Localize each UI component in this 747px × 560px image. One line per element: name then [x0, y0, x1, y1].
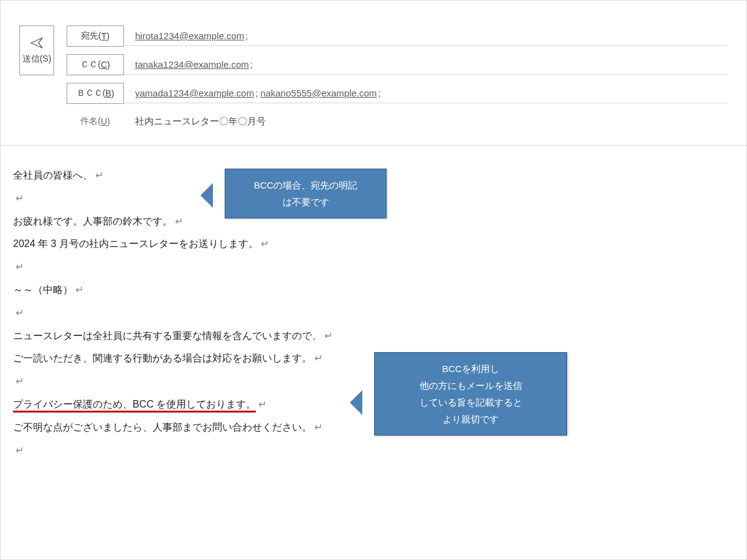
- return-mark-icon: ↵: [258, 399, 266, 409]
- cc-label-key: C: [101, 60, 107, 70]
- body-line: ～～（中略）↵: [13, 279, 734, 302]
- subject-label-key: U: [101, 116, 107, 126]
- send-label: 送信(S): [22, 54, 52, 65]
- recipient-separator: ;: [245, 30, 248, 41]
- recipient-chip[interactable]: yamada1234@example.com: [135, 88, 254, 98]
- return-mark-icon: ↵: [16, 307, 24, 318]
- subject-label-post: ): [107, 116, 110, 126]
- return-mark-icon: ↵: [175, 216, 183, 226]
- subject-field[interactable]: 社内ニュースレター〇年〇月号: [124, 111, 728, 131]
- body-line: ↵: [13, 439, 734, 462]
- send-icon: [30, 36, 44, 50]
- body-line: ↵: [13, 256, 734, 279]
- return-mark-icon: ↵: [95, 170, 103, 180]
- bcc-label-key: B: [105, 88, 111, 98]
- recipient-separator: ;: [378, 88, 380, 98]
- header-fields: 宛先(T) hirota1234@example.com; ＣＣ(C) tana…: [67, 26, 728, 139]
- subject-label: 件名(U): [67, 116, 124, 127]
- recipient-separator: ;: [255, 88, 258, 98]
- cc-field[interactable]: tanaka1234@example.com;: [124, 55, 728, 75]
- to-field[interactable]: hirota1234@example.com;: [124, 26, 728, 46]
- recipient-chip[interactable]: nakano5555@example.com: [260, 88, 377, 98]
- body-line: ご不明な点がございましたら、人事部までお問い合わせください。↵: [13, 416, 734, 439]
- bcc-field[interactable]: yamada1234@example.com; nakano5555@examp…: [124, 83, 728, 103]
- cc-row: ＣＣ(C) tanaka1234@example.com;: [67, 54, 728, 75]
- cc-label-post: ): [107, 60, 110, 70]
- recipient-chip[interactable]: tanaka1234@example.com: [135, 59, 249, 70]
- highlighted-text: プライバシー保護のため、BCC を使用しております。: [13, 399, 256, 413]
- cc-label-button[interactable]: ＣＣ(C): [67, 54, 124, 75]
- to-label-key: T: [101, 31, 107, 41]
- to-label-pre: 宛先(: [81, 30, 101, 42]
- subject-row: 件名(U) 社内ニュースレター〇年〇月号: [67, 111, 728, 131]
- return-mark-icon: ↵: [16, 376, 24, 386]
- body-line: 2024 年 3 月号の社内ニュースレターをお送りします。↵: [13, 233, 734, 256]
- to-label-post: ): [106, 31, 110, 41]
- body-line: ↵: [13, 370, 734, 393]
- body-line: ↵: [13, 302, 734, 325]
- return-mark-icon: ↵: [324, 330, 332, 341]
- return-mark-icon: ↵: [261, 238, 269, 249]
- callout-bcc-no-recipient: BCCの場合、宛先の明記は不要です: [225, 169, 387, 218]
- compose-header: 送信(S) 宛先(T) hirota1234@example.com; ＣＣ(C…: [1, 1, 746, 146]
- return-mark-icon: ↵: [314, 422, 322, 432]
- subject-value: 社内ニュースレター〇年〇月号: [135, 116, 266, 128]
- return-mark-icon: ↵: [16, 445, 24, 455]
- to-label-button[interactable]: 宛先(T): [67, 26, 124, 47]
- callout-bcc-notice: BCCを利用し他の方にもメールを送信している旨を記載するとより親切です: [374, 352, 567, 436]
- recipient-separator: ;: [250, 59, 253, 70]
- bcc-label-button[interactable]: ＢＣＣ(B): [67, 83, 124, 104]
- bcc-label-pre: ＢＣＣ(: [77, 88, 106, 99]
- return-mark-icon: ↵: [314, 353, 322, 363]
- return-mark-icon: ↵: [16, 193, 24, 203]
- to-row: 宛先(T) hirota1234@example.com;: [67, 26, 728, 47]
- body-line: ご一読いただき、関連する行動がある場合は対応をお願いします。↵: [13, 347, 734, 370]
- bcc-label-post: ): [111, 88, 115, 98]
- return-mark-icon: ↵: [75, 284, 83, 295]
- bcc-row: ＢＣＣ(B) yamada1234@example.com; nakano555…: [67, 83, 728, 104]
- body-line: ニュースレターは全社員に共有する重要な情報を含んでいますので、↵: [13, 325, 734, 348]
- subject-label-pre: 件名(: [80, 116, 101, 127]
- return-mark-icon: ↵: [16, 261, 24, 272]
- cc-label-pre: ＣＣ(: [80, 59, 101, 70]
- recipient-chip[interactable]: hirota1234@example.com: [135, 30, 244, 41]
- send-button[interactable]: 送信(S): [19, 26, 54, 75]
- body-line: プライバシー保護のため、BCC を使用しております。↵: [13, 393, 734, 416]
